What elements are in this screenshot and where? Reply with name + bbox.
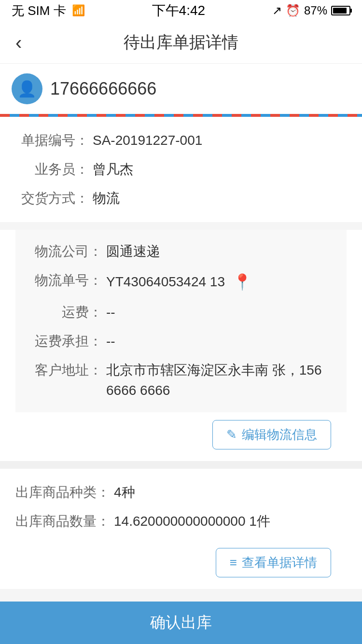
list-icon: ≡ <box>230 555 237 570</box>
doc-number-value: SA-20191227-001 <box>93 130 347 151</box>
outbound-type-label: 出库商品种类： <box>15 482 114 503</box>
freight-row: 运费： -- <box>29 302 333 322</box>
address-label: 客户地址： <box>29 360 106 380</box>
status-bar-right: ↗ ⏰ 87% <box>272 4 350 17</box>
page-title: 待出库单据详情 <box>124 31 238 54</box>
tracking-row: 物流单号： YT43064053424 13 📍 <box>29 270 333 294</box>
alarm-icon: ⏰ <box>286 4 300 17</box>
confirm-button-area[interactable]: 确认出库 <box>0 602 362 644</box>
status-bar-left: 无 SIM 卡 📶 <box>12 2 85 19</box>
carrier-label: 无 SIM 卡 <box>12 2 66 19</box>
battery-percent: 87% <box>304 4 327 17</box>
customer-header: 👤 17666666666 <box>0 64 362 114</box>
outbound-quantity-row: 出库商品数量： 14.620000000000000 1件 <box>15 511 347 532</box>
edit-logistics-button[interactable]: ✎ 编辑物流信息 <box>212 420 331 449</box>
freight-bearer-row: 运费承担： -- <box>29 331 333 351</box>
address-row: 客户地址： 北京市市辖区海淀区永丰南 张，156 6666 6666 <box>29 360 333 401</box>
avatar-icon: 👤 <box>17 80 37 98</box>
doc-number-label: 单据编号： <box>15 130 93 151</box>
avatar: 👤 <box>12 73 42 104</box>
address-value: 北京市市辖区海淀区永丰南 张，156 6666 6666 <box>106 360 333 401</box>
outbound-type-value: 4种 <box>114 482 347 503</box>
customer-phone: 17666666666 <box>50 79 156 99</box>
salesman-row: 业务员： 曾凡杰 <box>15 159 347 180</box>
delivery-method-row: 交货方式： 物流 <box>15 188 347 209</box>
tracking-value: YT43064053424 13 📍 <box>106 270 333 294</box>
logistics-section: 物流公司： 圆通速递 物流单号： YT43064053424 13 📍 运费： … <box>0 230 362 461</box>
doc-number-row: 单据编号： SA-20191227-001 <box>15 130 347 151</box>
delivery-method-value: 物流 <box>93 188 347 209</box>
edit-button-label: 编辑物流信息 <box>242 426 317 443</box>
status-bar-time: 下午4:42 <box>152 1 206 20</box>
outbound-section: 出库商品种类： 4种 出库商品数量： 14.620000000000000 1件… <box>0 469 362 589</box>
confirm-button-label: 确认出库 <box>150 612 212 633</box>
salesman-label: 业务员： <box>15 159 93 180</box>
section-gap-1 <box>0 461 362 469</box>
freight-label: 运费： <box>29 302 106 322</box>
back-button[interactable]: ‹ <box>12 29 26 56</box>
battery-icon <box>331 6 350 15</box>
logistics-company-label: 物流公司： <box>29 241 106 262</box>
view-button-area: ≡ 查看单据详情 <box>15 540 347 589</box>
delivery-method-label: 交货方式： <box>15 188 93 209</box>
location-icon[interactable]: 📍 <box>233 270 252 294</box>
tracking-label: 物流单号： <box>29 270 106 291</box>
basic-info-section: 单据编号： SA-20191227-001 业务员： 曾凡杰 交货方式： 物流 <box>0 117 362 222</box>
edit-icon: ✎ <box>226 427 237 442</box>
location-service-icon: ↗ <box>272 4 282 17</box>
freight-bearer-value: -- <box>106 331 333 351</box>
salesman-value: 曾凡杰 <box>93 159 347 180</box>
freight-value: -- <box>106 302 333 322</box>
logistics-company-value: 圆通速递 <box>106 241 333 262</box>
freight-bearer-label: 运费承担： <box>29 331 106 351</box>
logistics-company-row: 物流公司： 圆通速递 <box>29 241 333 262</box>
outbound-quantity-value: 14.620000000000000 1件 <box>114 511 347 532</box>
view-detail-button[interactable]: ≡ 查看单据详情 <box>216 548 331 577</box>
wifi-icon: 📶 <box>72 4 85 17</box>
nav-bar: ‹ 待出库单据详情 <box>0 21 362 64</box>
status-bar: 无 SIM 卡 📶 下午4:42 ↗ ⏰ 87% <box>0 0 362 21</box>
outbound-quantity-label: 出库商品数量： <box>15 511 114 532</box>
outbound-type-row: 出库商品种类： 4种 <box>15 482 347 503</box>
view-button-label: 查看单据详情 <box>242 554 317 571</box>
edit-button-area: ✎ 编辑物流信息 <box>15 412 347 461</box>
